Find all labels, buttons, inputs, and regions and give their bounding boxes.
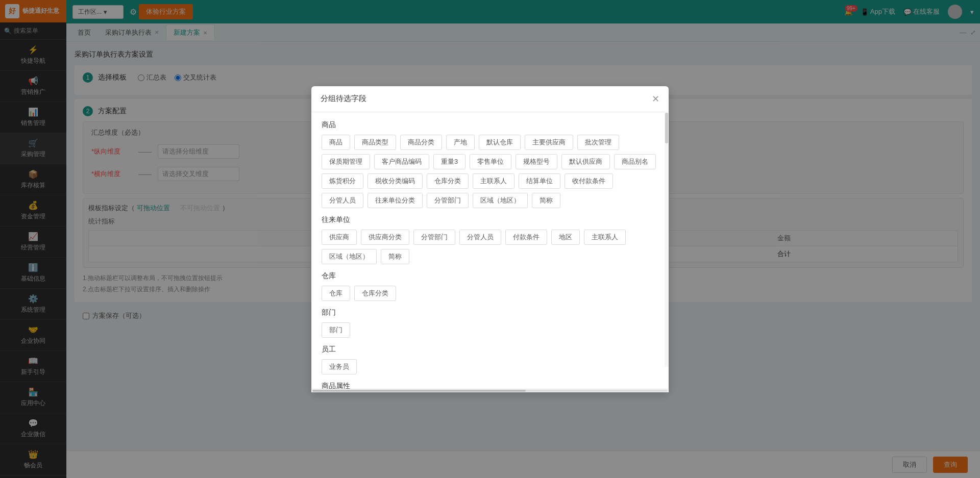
hscrollbar-track <box>312 390 668 392</box>
field-tag[interactable]: 供应商分类 <box>361 230 409 245</box>
field-tag[interactable]: 仓库分类 <box>354 286 396 301</box>
modal-body: 商品 商品商品类型商品分类产地默认仓库主要供应商批次管理保质期管理客户商品编码重… <box>311 112 669 389</box>
field-tag[interactable]: 商品别名 <box>614 154 656 169</box>
field-tag[interactable]: 仓库分类 <box>427 173 469 189</box>
section-warehouse-title: 仓库 <box>322 271 658 281</box>
section-staff-tags: 业务员 <box>322 359 658 374</box>
modal-title: 分组待选字段 <box>321 94 366 104</box>
field-select-modal: 分组待选字段 ✕ 商品 商品商品类型商品分类产地默认仓库主要供应商批次管理保质期… <box>311 86 669 392</box>
field-tag[interactable]: 税收分类编码 <box>368 173 423 189</box>
section-goods-tags: 商品商品类型商品分类产地默认仓库主要供应商批次管理保质期管理客户商品编码重量3零… <box>322 135 658 208</box>
field-tag[interactable]: 分管部门 <box>413 230 455 245</box>
section-goods-attr-title: 商品属性 <box>322 382 658 389</box>
field-tag[interactable]: 主联系人 <box>473 173 514 189</box>
section-dept-title: 部门 <box>322 308 658 317</box>
field-tag[interactable]: 客户商品编码 <box>374 154 429 169</box>
modal-overlay[interactable]: 分组待选字段 ✕ 商品 商品商品类型商品分类产地默认仓库主要供应商批次管理保质期… <box>0 0 980 478</box>
field-tag[interactable]: 商品分类 <box>400 135 442 150</box>
field-tag[interactable]: 简称 <box>532 193 560 208</box>
section-goods-title: 商品 <box>322 120 658 130</box>
modal-hscrollbar[interactable] <box>311 389 669 392</box>
modal-header: 分组待选字段 ✕ <box>311 86 669 112</box>
field-tag[interactable]: 批次管理 <box>577 135 619 150</box>
field-tag[interactable]: 供应商 <box>322 230 357 245</box>
field-tag[interactable]: 分管人员 <box>459 230 501 245</box>
field-tag[interactable]: 产地 <box>446 135 475 150</box>
field-tag[interactable]: 区域（地区） <box>473 193 528 208</box>
field-tag[interactable]: 分管部门 <box>427 193 469 208</box>
field-tag[interactable]: 默认仓库 <box>479 135 521 150</box>
field-tag[interactable]: 主联系人 <box>584 230 626 245</box>
field-tag[interactable]: 规格型号 <box>516 154 557 169</box>
field-tag[interactable]: 部门 <box>322 322 350 338</box>
vscrollbar-thumb <box>665 113 668 143</box>
field-tag[interactable]: 地区 <box>551 230 580 245</box>
field-tag[interactable]: 分管人员 <box>322 193 363 208</box>
field-tag[interactable]: 主要供应商 <box>525 135 573 150</box>
modal-vscrollbar[interactable] <box>665 112 669 367</box>
field-tag[interactable]: 商品 <box>322 135 350 150</box>
field-tag[interactable]: 重量3 <box>433 154 465 169</box>
field-tag[interactable]: 零售单位 <box>470 154 511 169</box>
field-tag[interactable]: 保质期管理 <box>322 154 370 169</box>
modal-close-btn[interactable]: ✕ <box>652 93 659 105</box>
field-tag[interactable]: 付款条件 <box>505 230 547 245</box>
section-partner-tags: 供应商供应商分类分管部门分管人员付款条件地区主联系人区域（地区）简称 <box>322 230 658 264</box>
field-tag[interactable]: 默认供应商 <box>561 154 610 169</box>
field-tag[interactable]: 炼货积分 <box>322 173 363 189</box>
section-partner-title: 往来单位 <box>322 215 658 224</box>
field-tag[interactable]: 区域（地区） <box>322 249 377 264</box>
section-staff-title: 员工 <box>322 345 658 354</box>
field-tag[interactable]: 结算单位 <box>519 173 560 189</box>
field-tag[interactable]: 商品类型 <box>354 135 396 150</box>
hscrollbar-thumb <box>312 390 526 392</box>
section-warehouse-tags: 仓库仓库分类 <box>322 286 658 301</box>
field-tag[interactable]: 业务员 <box>322 359 357 374</box>
field-tag[interactable]: 简称 <box>381 249 409 264</box>
field-tag[interactable]: 收付款条件 <box>565 173 613 189</box>
field-tag[interactable]: 往来单位分类 <box>368 193 423 208</box>
field-tag[interactable]: 仓库 <box>322 286 350 301</box>
section-dept-tags: 部门 <box>322 322 658 338</box>
